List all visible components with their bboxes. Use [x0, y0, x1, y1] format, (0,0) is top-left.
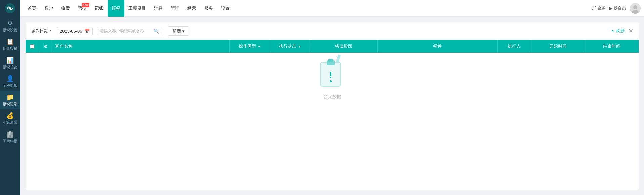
tax-record-label: 报税记录 — [3, 102, 17, 107]
topnav-right: ⛶ 全屏 ▶ 畅会员 — [592, 3, 641, 14]
settlement-label: 汇算清缴 — [3, 120, 17, 125]
date-picker[interactable]: 2023-06-06 📅 — [57, 27, 93, 35]
th-exec-status[interactable]: 执行状态 ▼ — [270, 40, 310, 53]
th-error: 错误股因 — [310, 40, 378, 53]
th-op-type-label: 操作类型 — [239, 43, 256, 49]
tax-settings-icon: ⚙ — [7, 20, 13, 27]
member-button[interactable]: ▶ 畅会员 — [609, 5, 626, 11]
refresh-button[interactable]: ↻ 刷新 — [611, 28, 625, 34]
topnav-item-services[interactable]: 服务 — [200, 0, 217, 17]
personal-tax-label: 个税申报 — [3, 83, 17, 88]
settlement-icon: 💰 — [6, 112, 14, 119]
customers-label: 客户 — [44, 5, 53, 11]
tax-label: 报税 — [112, 5, 120, 11]
th-error-label: 错误股因 — [335, 43, 352, 49]
svg-text:!: ! — [329, 70, 332, 80]
play-icon: ▶ — [609, 6, 612, 11]
home-label: 首页 — [28, 5, 36, 11]
content-card: 操作日期： 2023-06-06 📅 🔍 筛选 ▾ ↻ 刷新 — [26, 22, 639, 190]
sidebar: ⚙报税设置📋批量报税📊报税总览👤个税申报📁报税记录💰汇算清缴🏢工商年报 — [0, 0, 20, 195]
search-input[interactable] — [100, 29, 154, 33]
date-value: 2023-06-06 — [60, 29, 82, 34]
settings-icon: ⚙ — [44, 44, 48, 49]
annual-report-label: 工商年报 — [3, 139, 17, 144]
member-label: 畅会员 — [614, 5, 626, 11]
th-customer-label: 客户名称 — [55, 43, 73, 49]
topnav-item-accounts[interactable]: 记账 — [91, 0, 108, 17]
th-checkbox[interactable] — [26, 40, 39, 53]
topnav-item-operations[interactable]: 经营 — [183, 0, 200, 17]
search-box: 🔍 — [97, 27, 164, 35]
accounts-label: 记账 — [95, 5, 103, 11]
topnav-item-settings[interactable]: 设置 — [217, 0, 234, 17]
annual-report-icon: 🏢 — [6, 130, 14, 138]
tax-overview-icon: 📊 — [6, 56, 14, 64]
th-tax: 税种 — [378, 40, 498, 53]
avatar[interactable] — [630, 3, 641, 14]
table-header: ⚙ 客户名称 操作类型 ▼ 执行状态 ▼ 错误股因 税种 — [26, 40, 639, 53]
sidebar-item-settlement[interactable]: 💰汇算清缴 — [0, 109, 20, 128]
topnav-item-billing[interactable]: 收费 — [57, 0, 74, 17]
th-op-type[interactable]: 操作类型 ▼ — [230, 40, 270, 53]
svg-point-3 — [633, 5, 637, 9]
batch-tax-label: 批量报税 — [3, 46, 17, 51]
personal-tax-icon: 👤 — [6, 75, 14, 82]
topnav-item-business[interactable]: 工商项目 — [124, 0, 150, 17]
topnav-item-management[interactable]: 管理 — [167, 0, 183, 17]
sidebar-item-tax-record[interactable]: 📁报税记录 — [0, 91, 20, 109]
toolbar-right: ↻ 刷新 ✕ — [611, 28, 633, 34]
fullscreen-label: 全屏 — [597, 5, 605, 11]
empty-state: ! 暂无数据 — [26, 53, 639, 100]
filter-label: 筛选 — [172, 28, 181, 34]
th-tax-label: 税种 — [433, 43, 442, 49]
svg-point-11 — [330, 80, 332, 82]
svg-rect-9 — [328, 59, 333, 62]
filter-exec-status-icon: ▼ — [298, 45, 301, 48]
tax-settings-label: 报税设置 — [3, 28, 17, 33]
th-end-time: 结束时间 — [585, 40, 639, 53]
batch-tax-icon: 📋 — [6, 38, 14, 45]
th-start-time-label: 开始时间 — [549, 43, 567, 49]
content-area: 操作日期： 2023-06-06 📅 🔍 筛选 ▾ ↻ 刷新 — [20, 17, 644, 195]
topnav-item-home[interactable]: 首页 — [24, 0, 40, 17]
tax-record-icon: 📁 — [6, 93, 14, 101]
th-settings[interactable]: ⚙ — [39, 40, 52, 53]
settings-label: 设置 — [221, 5, 230, 11]
close-button[interactable]: ✕ — [628, 28, 633, 34]
empty-text: 暂无数据 — [324, 94, 341, 100]
main-area: 首页客户收费票据new记账报税工商项目消息管理经营服务设置 ⛶ 全屏 ▶ 畅会员 — [20, 0, 644, 195]
th-start-time: 开始时间 — [531, 40, 585, 53]
topnav-item-messages[interactable]: 消息 — [150, 0, 167, 17]
sidebar-item-annual-report[interactable]: 🏢工商年报 — [0, 128, 20, 146]
services-label: 服务 — [204, 5, 213, 11]
fullscreen-button[interactable]: ⛶ 全屏 — [592, 5, 605, 11]
sidebar-logo — [0, 0, 20, 17]
sidebar-item-tax-overview[interactable]: 📊报税总览 — [0, 54, 20, 72]
operations-label: 经营 — [187, 5, 196, 11]
empty-illustration: ! — [315, 53, 349, 90]
toolbar: 操作日期： 2023-06-06 📅 🔍 筛选 ▾ ↻ 刷新 — [26, 22, 639, 40]
table-body: ! 暂无数据 — [26, 53, 639, 190]
topnav-item-tax[interactable]: 报税 — [108, 0, 124, 17]
invoice-badge: new — [82, 3, 89, 7]
th-customer: 客户名称 — [52, 40, 230, 53]
fullscreen-icon: ⛶ — [592, 6, 596, 11]
billing-label: 收费 — [61, 5, 70, 11]
sidebar-item-personal-tax[interactable]: 👤个税申报 — [0, 72, 20, 91]
date-label: 操作日期： — [31, 28, 53, 34]
topnav-item-customers[interactable]: 客户 — [40, 0, 57, 17]
select-all-checkbox[interactable] — [30, 44, 34, 49]
refresh-icon: ↻ — [611, 29, 615, 34]
th-executor-label: 执行人 — [508, 43, 521, 49]
sidebar-item-tax-settings[interactable]: ⚙报税设置 — [0, 17, 20, 35]
sidebar-item-batch-tax[interactable]: 📋批量报税 — [0, 35, 20, 54]
calendar-icon: 📅 — [84, 29, 90, 34]
filter-button[interactable]: 筛选 ▾ — [168, 26, 189, 36]
tax-overview-label: 报税总览 — [3, 65, 17, 70]
topnav-item-invoice[interactable]: 票据new — [74, 0, 91, 17]
th-exec-status-label: 执行状态 — [279, 43, 296, 49]
chevron-down-icon: ▾ — [182, 29, 185, 34]
th-executor: 执行人 — [498, 40, 531, 53]
filter-op-type-icon: ▼ — [257, 45, 261, 48]
refresh-label: 刷新 — [616, 28, 625, 34]
